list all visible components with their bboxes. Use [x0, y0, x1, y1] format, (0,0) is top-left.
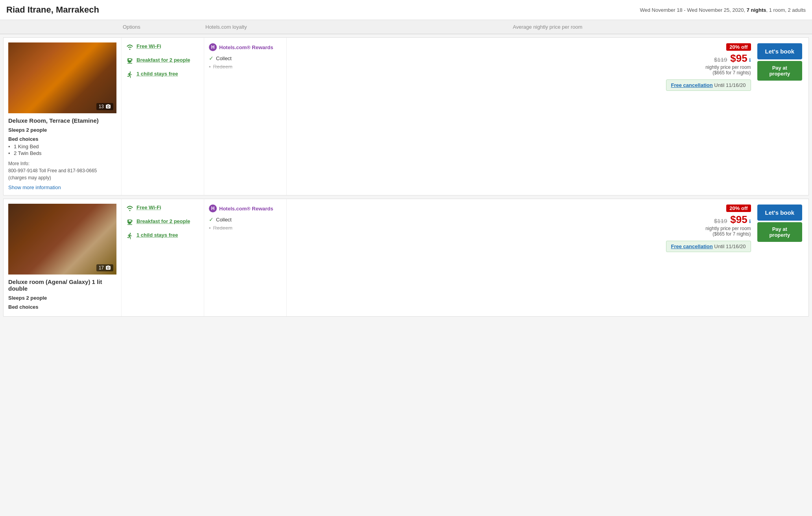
loyalty-redeem-item: ▪ Redeem [209, 64, 282, 70]
room-list: 13 Deluxe Room, Terrace (Etamine) Sleeps… [0, 37, 812, 317]
room-left-1: 17 Deluxe room (Agena/ Galaxy) 1 lit dou… [4, 199, 122, 316]
dates-text: Wed November 18 - Wed November 25, 2020, [640, 7, 745, 13]
price-row: $119 $95 ℹ [666, 52, 751, 64]
loyalty-title: Hotels.com® Rewards [219, 206, 273, 212]
bed-list: 1 King Bed2 Twin Beds [8, 144, 116, 156]
loyalty-title: Hotels.com® Rewards [219, 44, 273, 50]
child-icon [126, 232, 133, 241]
price-total: ($665 for 7 nights) [666, 70, 751, 76]
room-info-text: 1 room, 2 adults [769, 7, 806, 13]
wifi-icon [126, 205, 133, 214]
current-price: $95 [730, 52, 747, 64]
col-header-room [0, 22, 118, 31]
room-options-0: Free Wi-Fi Breakfast for 2 people 1 chil… [122, 38, 204, 195]
room-card-0: 13 Deluxe Room, Terrace (Etamine) Sleeps… [3, 37, 809, 195]
square-icon: ▪ [209, 225, 211, 231]
breakfast-icon [126, 57, 133, 66]
image-count-badge: 17 [96, 264, 113, 271]
lets-book-button[interactable]: Let's book [757, 205, 802, 221]
square-icon: ▪ [209, 64, 211, 70]
buttons-col: Let's book Pay atproperty [757, 43, 802, 81]
option-text-0[interactable]: Free Wi-Fi [137, 205, 161, 210]
breakfast-icon [126, 219, 133, 227]
price-block: 20% off $119 $95 ℹ nightly price per roo… [666, 43, 751, 91]
cancellation-link[interactable]: Free cancellation [671, 243, 713, 249]
loyalty-list: ✓ Collect ▪ Redeem [209, 216, 282, 231]
lets-book-button[interactable]: Let's book [757, 43, 802, 59]
price-per-room: nightly price per room [666, 226, 751, 231]
original-price: $119 [714, 217, 727, 224]
discount-text: 20% off [726, 205, 751, 212]
room-card-1: 17 Deluxe room (Agena/ Galaxy) 1 lit dou… [3, 199, 809, 317]
loyalty-redeem-item: ▪ Redeem [209, 225, 282, 231]
image-count-badge: 13 [96, 103, 113, 110]
loyalty-icon: H [209, 205, 217, 212]
nights-text: 7 nights [747, 7, 766, 13]
date-info: Wed November 18 - Wed November 25, 2020,… [640, 7, 806, 13]
option-item-0: Free Wi-Fi [126, 43, 199, 52]
loyalty-redeem-text: Redeem [213, 225, 233, 231]
bed-choices-label: Bed choices [8, 304, 116, 310]
loyalty-collect-item: ✓ Collect [209, 216, 282, 223]
option-text-2[interactable]: 1 child stays free [137, 71, 178, 77]
camera-icon [105, 265, 111, 271]
info-icon[interactable]: ℹ [749, 57, 751, 63]
option-text-0[interactable]: Free Wi-Fi [137, 43, 161, 49]
column-headers: Options Hotels.com loyalty Average night… [0, 20, 812, 34]
original-price: $119 [714, 56, 727, 63]
loyalty-collect-text: Collect [216, 55, 232, 61]
room-pricing-0: 20% off $119 $95 ℹ nightly price per roo… [287, 38, 808, 195]
room-loyalty-0: H Hotels.com® Rewards ✓ Collect ▪ Redeem [204, 38, 287, 195]
cancellation-date: Until 11/16/20 [714, 243, 746, 249]
show-more-link[interactable]: Show more information [8, 184, 61, 190]
discount-badge: 20% off [666, 43, 751, 52]
option-item-1: Breakfast for 2 people [126, 218, 199, 227]
option-text-1[interactable]: Breakfast for 2 people [137, 218, 190, 224]
room-left-0: 13 Deluxe Room, Terrace (Etamine) Sleeps… [4, 38, 122, 195]
option-text-1[interactable]: Breakfast for 2 people [137, 57, 190, 63]
cancellation-date: Until 11/16/20 [714, 82, 746, 88]
bed-choices-label: Bed choices [8, 136, 116, 142]
info-icon[interactable]: ℹ [749, 219, 751, 224]
check-icon: ✓ [209, 216, 214, 223]
room-loyalty-1: H Hotels.com® Rewards ✓ Collect ▪ Redeem [204, 199, 287, 316]
sleeps-label: Sleeps 2 people [8, 127, 116, 133]
page-header: Riad Itrane, Marrakech Wed November 18 -… [0, 0, 812, 20]
more-info: More Info:800-997-9148 Toll Free and 817… [8, 160, 116, 181]
check-icon: ✓ [209, 55, 214, 61]
room-image-wrap[interactable]: 13 [8, 42, 116, 113]
option-item-0: Free Wi-Fi [126, 205, 199, 214]
bed-item: 1 King Bed [8, 144, 116, 149]
loyalty-icon: H [209, 43, 217, 51]
col-header-price: Average nightly price per room [283, 22, 812, 31]
loyalty-collect-text: Collect [216, 217, 232, 223]
pay-at-property-button[interactable]: Pay atproperty [757, 222, 802, 242]
loyalty-redeem-text: Redeem [213, 64, 233, 70]
discount-badge: 20% off [666, 205, 751, 214]
loyalty-list: ✓ Collect ▪ Redeem [209, 55, 282, 70]
discount-text: 20% off [726, 43, 751, 51]
cancellation-box: Free cancellation Until 11/16/20 [666, 79, 751, 91]
room-options-1: Free Wi-Fi Breakfast for 2 people 1 chil… [122, 199, 204, 316]
price-per-room: nightly price per room [666, 64, 751, 70]
option-text-2[interactable]: 1 child stays free [137, 232, 178, 238]
room-title: Deluxe room (Agena/ Galaxy) 1 lit double [8, 278, 116, 292]
pay-at-property-button[interactable]: Pay atproperty [757, 61, 802, 81]
bed-item: 2 Twin Beds [8, 150, 116, 156]
loyalty-header: H Hotels.com® Rewards [209, 43, 282, 51]
room-image-wrap[interactable]: 17 [8, 204, 116, 275]
wifi-icon [126, 44, 133, 52]
camera-icon [105, 104, 111, 109]
room-pricing-1: 20% off $119 $95 ℹ nightly price per roo… [287, 199, 808, 316]
child-icon [126, 71, 133, 80]
cancellation-link[interactable]: Free cancellation [671, 82, 713, 88]
current-price: $95 [730, 214, 747, 225]
hotel-name: Riad Itrane, Marrakech [6, 5, 99, 15]
price-and-buttons: 20% off $119 $95 ℹ nightly price per roo… [293, 43, 802, 91]
price-row: $119 $95 ℹ [666, 214, 751, 226]
col-header-options: Options [118, 22, 201, 31]
cancellation-box: Free cancellation Until 11/16/20 [666, 241, 751, 252]
col-header-loyalty: Hotels.com loyalty [201, 22, 283, 31]
buttons-col: Let's book Pay atproperty [757, 205, 802, 242]
sleeps-label: Sleeps 2 people [8, 295, 116, 301]
